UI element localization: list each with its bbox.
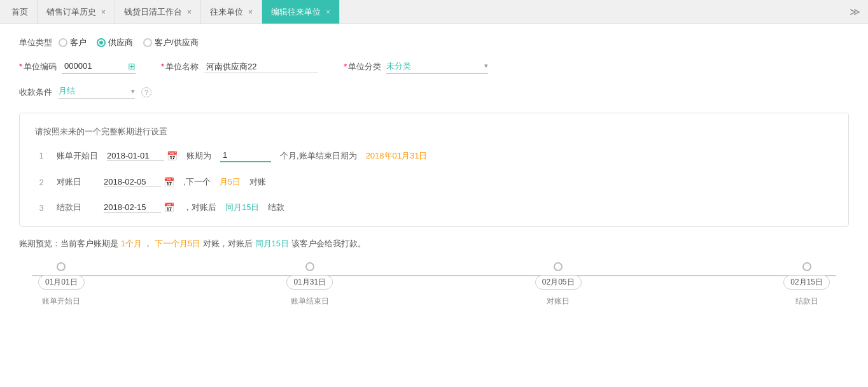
- preview-sep1: ，: [144, 239, 152, 248]
- radio-both-circle: [143, 38, 152, 47]
- unit-code-label: *单位编码: [19, 61, 57, 73]
- timeline-sublabel-2: 账单结束日: [291, 296, 329, 307]
- unit-category-group: *单位分类 未分类 ▾: [344, 60, 488, 74]
- preview-label: 账期预览：当前客户账期是: [19, 239, 118, 248]
- row2-field-label: 对账日: [57, 176, 95, 188]
- period-section: 请按照未来的一个完整帐期进行设置 1 账单开始日 📅 账期为 个月,账单结束日期…: [19, 113, 849, 227]
- row1-date-input: 📅: [107, 151, 178, 161]
- timeline-point-1: 01月01日 账单开始日: [38, 262, 85, 307]
- tab-partner-label: 往来单位: [210, 6, 243, 18]
- row2-calendar-icon[interactable]: 📅: [164, 177, 174, 187]
- tab-home[interactable]: 首页: [0, 0, 38, 24]
- timeline-badge-3: 02月05日: [535, 275, 582, 290]
- row2-date-field[interactable]: [104, 177, 161, 187]
- tab-sales-order-history[interactable]: 销售订单历史 ×: [38, 0, 115, 24]
- tab-partner-unit[interactable]: 往来单位 ×: [201, 0, 262, 24]
- radio-both-label: 客户/供应商: [155, 37, 199, 48]
- tab-edit-close-icon[interactable]: ×: [326, 8, 330, 17]
- unit-category-label: *单位分类: [344, 61, 381, 73]
- tab-partner-close-icon[interactable]: ×: [248, 8, 253, 17]
- tab-cash-work[interactable]: 钱货日清工作台 ×: [115, 0, 201, 24]
- timeline-point-2: 01月31日 账单结束日: [286, 262, 333, 307]
- payment-chevron-icon: ▾: [131, 87, 135, 95]
- timeline-badge-4: 02月15日: [783, 275, 830, 290]
- tab-bar: 首页 销售订单历史 × 钱货日清工作台 × 往来单位 × 编辑往来单位 × ≫: [0, 0, 868, 24]
- row2-date-input: 📅: [104, 177, 174, 187]
- row3-field-label: 结款日: [57, 202, 95, 213]
- tab-cash-label: 钱货日清工作台: [124, 6, 182, 18]
- radio-customer-circle: [59, 38, 67, 47]
- payment-condition-dropdown[interactable]: 月结 ▾: [59, 85, 135, 99]
- code-required-star: *: [19, 62, 22, 71]
- tab-sales-label: 销售订单历史: [46, 6, 96, 18]
- preview-text-row: 账期预览：当前客户账期是 1个月 ， 下一个月5日 对账，对账后 同月15日 该…: [19, 238, 849, 250]
- unit-code-input[interactable]: [62, 60, 125, 72]
- row3-calendar-icon[interactable]: 📅: [164, 202, 174, 213]
- unit-type-label: 单位类型: [19, 37, 52, 48]
- unit-info-row: *单位编码 ⊞ *单位名称 *单位分类 未分类 ▾: [19, 60, 849, 74]
- row1-period-prefix: 账期为: [186, 150, 211, 162]
- tab-expand-icon[interactable]: ≫: [842, 0, 868, 24]
- radio-supplier[interactable]: 供应商: [97, 37, 133, 48]
- timeline-section: 01月01日 账单开始日 01月31日 账单结束日 02月05日 对账日 02月…: [19, 262, 849, 332]
- row2-text-suffix: 对账: [249, 176, 266, 188]
- unit-code-copy-icon[interactable]: ⊞: [128, 61, 136, 71]
- timeline-badge-2: 01月31日: [286, 275, 333, 290]
- row-num-3: 3: [35, 203, 48, 213]
- preview-part3: 同月15日: [255, 239, 289, 248]
- preview-sep2: 对账，对账后: [203, 239, 253, 248]
- cat-required-star: *: [344, 62, 347, 71]
- radio-supplier-label: 供应商: [108, 37, 133, 48]
- category-chevron-icon: ▾: [484, 62, 488, 70]
- section-hint: 请按照未来的一个完整帐期进行设置: [35, 126, 833, 137]
- timeline-sublabel-4: 结款日: [795, 296, 818, 307]
- row1-field-label: 账单开始日: [57, 150, 98, 162]
- unit-type-row: 单位类型 客户 供应商 客户/供应商: [19, 37, 849, 48]
- radio-supplier-circle: [97, 38, 106, 47]
- payment-condition-label: 收款条件: [19, 87, 52, 98]
- data-row-1: 1 账单开始日 📅 账期为 个月,账单结束日期为 2018年01月31日: [35, 149, 833, 162]
- preview-part1: 1个月: [121, 239, 142, 248]
- radio-group-unit-type: 客户 供应商 客户/供应商: [59, 37, 199, 48]
- row1-period-suffix: 个月,账单结束日期为: [280, 150, 357, 162]
- timeline-dot-1: [57, 262, 66, 271]
- unit-name-group: *单位名称: [161, 60, 318, 73]
- row3-text-suffix: 结款: [268, 202, 284, 213]
- preview-part2: 下一个月5日: [155, 239, 200, 248]
- unit-category-value: 未分类: [386, 60, 482, 72]
- unit-code-input-wrapper: ⊞: [62, 60, 136, 74]
- timeline-dot-2: [305, 262, 314, 271]
- tab-sales-close-icon[interactable]: ×: [101, 8, 106, 17]
- timeline-dot-4: [802, 262, 811, 271]
- row1-period-input[interactable]: [220, 149, 271, 162]
- tab-cash-close-icon[interactable]: ×: [187, 8, 192, 17]
- unit-name-input[interactable]: [204, 60, 318, 73]
- timeline-point-4: 02月15日 结款日: [783, 262, 830, 307]
- row2-text-prefix: ,下一个: [183, 176, 211, 188]
- row2-highlight: 月5日: [220, 176, 241, 188]
- unit-code-group: *单位编码 ⊞: [19, 60, 136, 74]
- unit-name-label: *单位名称: [161, 61, 199, 73]
- radio-customer[interactable]: 客户: [59, 37, 87, 48]
- payment-condition-row: 收款条件 月结 ▾ ?: [19, 85, 849, 99]
- payment-condition-value: 月结: [59, 85, 129, 97]
- payment-help-icon[interactable]: ?: [141, 87, 151, 97]
- row3-date-field[interactable]: [104, 202, 161, 213]
- row1-date-field[interactable]: [107, 151, 164, 161]
- tab-edit-partner[interactable]: 编辑往来单位 ×: [262, 0, 340, 24]
- row-num-1: 1: [35, 151, 48, 160]
- timeline-sublabel-1: 账单开始日: [42, 296, 80, 307]
- row3-date-input: 📅: [104, 202, 174, 213]
- timeline-sublabel-3: 对账日: [547, 296, 570, 307]
- timeline-point-3: 02月05日 对账日: [535, 262, 582, 307]
- radio-customer-supplier[interactable]: 客户/供应商: [143, 37, 199, 48]
- row3-highlight: 同月15日: [225, 202, 259, 213]
- radio-customer-label: 客户: [70, 37, 87, 48]
- timeline-dot-3: [554, 262, 563, 271]
- radio-supplier-dot: [99, 41, 103, 45]
- preview-suffix: 该客户会给我打款。: [291, 239, 366, 248]
- tab-edit-label: 编辑往来单位: [271, 6, 321, 18]
- tab-home-label: 首页: [11, 6, 28, 18]
- unit-category-dropdown[interactable]: 未分类 ▾: [386, 60, 488, 74]
- row1-calendar-icon[interactable]: 📅: [167, 151, 178, 161]
